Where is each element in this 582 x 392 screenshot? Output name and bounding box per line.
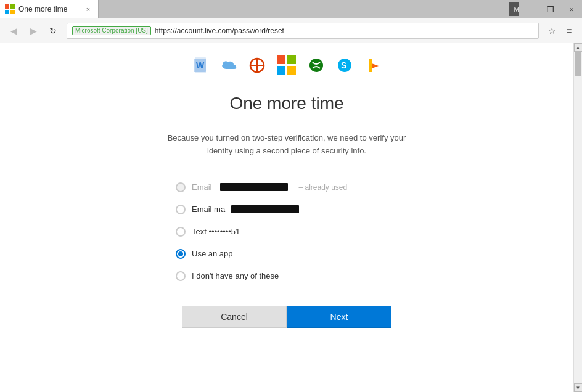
- ms-icons-bar: W: [0, 43, 573, 81]
- word-icon: W: [192, 57, 209, 74]
- cancel-button[interactable]: Cancel: [182, 306, 287, 328]
- tab-close-button[interactable]: ×: [83, 4, 93, 14]
- scroll-up-arrow[interactable]: ▲: [574, 43, 583, 52]
- email-alt-redacted: [231, 205, 299, 213]
- xbox-icon: [308, 57, 325, 74]
- menu-button[interactable]: ≡: [561, 23, 577, 39]
- svg-rect-0: [5, 4, 9, 9]
- browser-tab[interactable]: One more time ×: [0, 0, 99, 18]
- option-text[interactable]: Text ••••••••51: [176, 221, 398, 243]
- restore-button[interactable]: ❐: [540, 0, 561, 18]
- address-bar[interactable]: Microsoft Corporation [US] https://accou…: [67, 23, 539, 39]
- address-text: https://account.live.com/password/reset: [155, 27, 284, 35]
- already-used-label: – already used: [297, 183, 347, 192]
- onedrive-icon: [220, 57, 237, 74]
- svg-rect-1: [10, 4, 15, 9]
- page-content: W: [0, 43, 573, 392]
- office-icon: [248, 57, 266, 74]
- microsoft-logo: [277, 55, 297, 75]
- option-email-alt[interactable]: Email ma: [176, 198, 398, 221]
- scroll-thumb[interactable]: [575, 52, 581, 76]
- next-button[interactable]: Next: [287, 306, 391, 328]
- navbar: ◀ ▶ ↻ Microsoft Corporation [US] https:/…: [0, 18, 582, 43]
- option-use-app[interactable]: Use an app: [176, 243, 398, 265]
- svg-marker-14: [372, 63, 379, 68]
- option-none[interactable]: I don't have any of these: [176, 265, 398, 287]
- svg-text:W: W: [196, 60, 205, 70]
- close-button[interactable]: ×: [561, 0, 582, 18]
- radio-text: [176, 227, 186, 237]
- svg-rect-2: [5, 10, 9, 14]
- nav-actions: ☆ ≡: [544, 23, 577, 39]
- svg-rect-13: [369, 59, 372, 72]
- window-controls: — ❐ ×: [519, 0, 582, 18]
- option-email-label: Email: [192, 182, 214, 192]
- tab-title: One more time: [18, 5, 67, 14]
- tab-favicon: [5, 4, 15, 14]
- options-container: Email – already used Email ma Text •••••…: [163, 176, 410, 287]
- email-redacted: [220, 183, 288, 191]
- option-text-label: Text ••••••••51: [192, 227, 240, 236]
- titlebar: One more time × Martin — ❐ ×: [0, 0, 582, 18]
- radio-none: [176, 271, 186, 281]
- radio-email-disabled: [176, 182, 186, 192]
- star-button[interactable]: ☆: [544, 23, 560, 39]
- option-email-alt-label: Email ma: [192, 205, 225, 214]
- svg-point-10: [309, 59, 323, 72]
- scrollbar: ▲ ▼: [573, 43, 582, 392]
- svg-text:S: S: [341, 60, 346, 70]
- radio-use-app: [176, 249, 186, 259]
- scroll-down-arrow[interactable]: ▼: [574, 383, 583, 392]
- option-none-label: I don't have any of these: [192, 271, 279, 280]
- refresh-button[interactable]: ↻: [44, 22, 62, 39]
- buttons-row: Cancel Next: [163, 306, 410, 328]
- bing-icon: [364, 57, 382, 74]
- forward-button[interactable]: ▶: [25, 22, 42, 39]
- option-use-app-label: Use an app: [192, 249, 233, 258]
- page-heading: One more time: [0, 94, 573, 113]
- option-email-disabled[interactable]: Email – already used: [176, 176, 398, 198]
- minimize-button[interactable]: —: [519, 0, 540, 18]
- skype-icon: S: [336, 57, 353, 74]
- svg-rect-3: [10, 10, 15, 14]
- secure-badge: Microsoft Corporation [US]: [72, 26, 151, 35]
- page-description: Because you turned on two-step verificat…: [163, 132, 410, 158]
- scroll-track: [574, 52, 582, 383]
- radio-email-alt: [176, 205, 186, 214]
- back-button[interactable]: ◀: [5, 22, 22, 39]
- browser-content: W: [0, 43, 582, 392]
